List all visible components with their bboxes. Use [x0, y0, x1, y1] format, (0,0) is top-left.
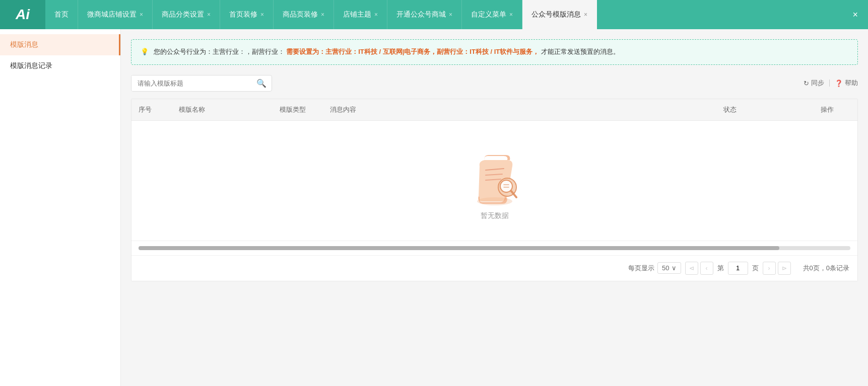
empty-illustration [464, 151, 525, 211]
tab-close-button[interactable]: × [140, 11, 143, 18]
scroll-thumb[interactable] [139, 246, 779, 250]
notice-banner: 💡 您的公众号行业为：主营行业：，副营行业： 需要设置为：主营行业：IT科技 /… [131, 39, 858, 65]
page-size-label: 每页显示 [628, 264, 654, 273]
pagination: 每页显示 50 ∨ ⊲ ‹ 第 页 › ⊳ 共0页，0条记录 [131, 255, 857, 281]
bulb-icon: 💡 [141, 48, 149, 55]
empty-text: 暂无数据 [481, 211, 509, 220]
page-number-input[interactable] [728, 262, 748, 275]
scroll-track[interactable] [139, 246, 850, 250]
col-header-type: 模版类型 [273, 99, 323, 120]
tab-close-button[interactable]: × [207, 11, 211, 18]
logo-text: Ai [16, 7, 30, 23]
nav-tab[interactable]: 商品分类设置× [153, 0, 220, 29]
sync-help-area: ↻ 同步 ❓ 帮助 [804, 79, 858, 88]
col-header-status: 状态 [716, 99, 797, 120]
prev-page-button[interactable]: ‹ [700, 262, 713, 275]
logo: Ai [0, 0, 45, 29]
page-size-dropdown[interactable]: 50 ∨ [657, 262, 681, 274]
col-header-action: 操作 [797, 99, 857, 120]
nav-tab[interactable]: 公众号模版消息× [522, 0, 597, 29]
table-header: 序号 模版名称 模版类型 消息内容 状态 操作 [131, 99, 857, 121]
sync-label: 同步 [811, 79, 824, 88]
notice-suffix: 才能正常发送预置的消息。 [541, 48, 620, 55]
notice-highlight: 需要设置为：主营行业：IT科技 / 互联网|电子商务，副营行业：IT科技 / I… [286, 48, 539, 55]
notice-prefix: 您的公众号行业为：主营行业：，副营行业： [154, 48, 285, 55]
chevron-down-icon: ∨ [672, 264, 677, 272]
last-page-button[interactable]: ⊳ [778, 262, 791, 275]
search-bar: 🔍 ↻ 同步 ❓ 帮助 [131, 75, 858, 92]
first-page-button[interactable]: ⊲ [685, 262, 698, 275]
close-all-tabs-button[interactable]: × [842, 10, 868, 20]
divider [829, 80, 830, 87]
tab-close-button[interactable]: × [509, 11, 513, 18]
nav-tab[interactable]: 自定义菜单× [462, 0, 522, 29]
nav-tab[interactable]: 首页装修× [220, 0, 274, 29]
col-header-content: 消息内容 [323, 99, 716, 120]
nav-tab[interactable]: 店铺主题× [334, 0, 387, 29]
col-header-name: 模版名称 [172, 99, 273, 120]
page-label: 第 [717, 264, 724, 273]
refresh-icon: ↻ [804, 80, 809, 87]
tab-close-button[interactable]: × [449, 11, 452, 18]
page-size-value: 50 [662, 264, 669, 272]
nav-tab[interactable]: 商品页装修× [274, 0, 334, 29]
data-table: 序号 模版名称 模版类型 消息内容 状态 操作 [131, 99, 858, 281]
sidebar-item[interactable]: 模版消息记录 [0, 55, 120, 76]
nav-tab[interactable]: 首页 [45, 0, 78, 29]
nav-tab[interactable]: 微商城店铺设置× [78, 0, 153, 29]
sidebar-item[interactable]: 模版消息 [0, 34, 120, 55]
next-page-button[interactable]: › [763, 262, 776, 275]
help-label: 帮助 [845, 79, 858, 88]
top-navigation: Ai 首页微商城店铺设置×商品分类设置×首页装修×商品页装修×店铺主题×开通公众… [0, 0, 868, 29]
sidebar: 模版消息模版消息记录 [0, 29, 121, 386]
empty-state: 暂无数据 [131, 121, 857, 241]
tab-close-button[interactable]: × [260, 11, 264, 18]
tab-close-button[interactable]: × [374, 11, 378, 18]
page-unit: 页 [752, 264, 759, 273]
nav-tab[interactable]: 开通公众号商城× [387, 0, 462, 29]
scroll-bar-area[interactable] [131, 241, 857, 255]
page-nav: ⊲ ‹ 第 页 › ⊳ [685, 262, 791, 275]
tab-close-button[interactable]: × [584, 11, 587, 18]
page-size-select: 每页显示 50 ∨ [628, 262, 681, 274]
svg-point-5 [500, 180, 512, 192]
help-icon: ❓ [835, 80, 843, 87]
search-input[interactable] [131, 75, 251, 91]
help-button[interactable]: ❓ 帮助 [835, 79, 858, 88]
main-layout: 模版消息模版消息记录 💡 您的公众号行业为：主营行业：，副营行业： 需要设置为：… [0, 29, 868, 386]
page-total: 共0页，0条记录 [803, 264, 849, 273]
nav-tabs: 首页微商城店铺设置×商品分类设置×首页装修×商品页装修×店铺主题×开通公众号商城… [45, 0, 842, 29]
col-header-seq: 序号 [131, 99, 172, 120]
search-input-wrap[interactable]: 🔍 [131, 75, 272, 92]
sync-button[interactable]: ↻ 同步 [804, 79, 824, 88]
search-button[interactable]: 🔍 [251, 79, 272, 88]
content-area: 💡 您的公众号行业为：主营行业：，副营行业： 需要设置为：主营行业：IT科技 /… [121, 29, 868, 386]
tab-close-button[interactable]: × [321, 11, 324, 18]
